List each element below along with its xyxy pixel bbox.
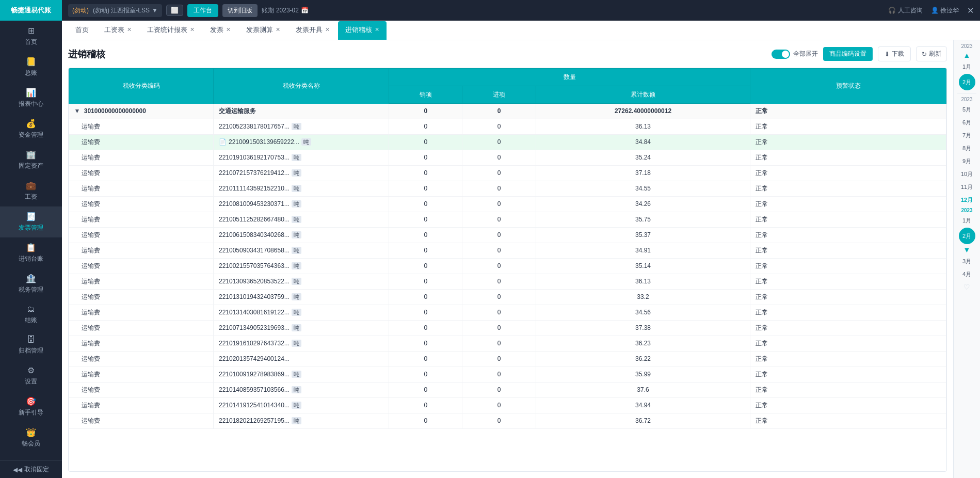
col-header-sales: 销项 [389,86,462,104]
calendar-month-jan2[interactable]: 1月 [957,215,977,227]
row-subname: 运输费 [69,397,214,413]
unit-tag: 吨 [292,154,301,161]
sidebar-item-label: 报表中心 [19,100,43,108]
row-amount: 34.56 [536,305,750,320]
expand-icon[interactable]: ▼ [74,107,81,115]
top-bar-right: 🎧 人工咨询 👤 徐泾华 ✕ [888,6,974,15]
tab-salary[interactable]: 工资表 ✕ [97,21,139,40]
tab-salary-report-label: 工资统计报表 [147,25,187,35]
row-input: 0 [462,351,536,367]
support-area[interactable]: 🎧 人工咨询 [888,6,922,15]
row-sales: 0 [389,165,462,181]
row-status: 正常 [750,181,946,196]
tab-invoice-open-close[interactable]: ✕ [325,26,330,33]
calendar-up-arrow[interactable]: ▲ [962,50,972,60]
calendar-month-apr[interactable]: 4月 [957,268,977,280]
year-2023c-label: 2023 [961,208,972,213]
sidebar-item-archive[interactable]: 🗄 归档管理 [0,330,62,360]
toggle-switch[interactable] [772,50,790,59]
sidebar-item-invoice-mgmt[interactable]: 🧾 发票管理 [0,206,62,237]
row-amount: 34.94 [536,397,750,413]
calendar-month-2023-2[interactable]: 2月 [959,74,975,90]
calendar-month-feb2[interactable]: 2月 [959,228,975,244]
sidebar-item-home[interactable]: ⊞ 首页 [0,21,62,52]
calendar-icon[interactable]: 📅 [301,7,309,14]
tab-invoice-calc[interactable]: 发票测算 ✕ [239,21,287,40]
sidebar-item-assets[interactable]: 🏢 固定资产 [0,145,62,176]
sidebar-item-fund[interactable]: 💰 资金管理 [0,114,62,145]
row-name: 交通运输服务 [214,104,389,119]
copy-button[interactable]: ⬜ [166,5,183,16]
tab-invoice-close[interactable]: ✕ [226,26,231,33]
tab-salary-report-close[interactable]: ✕ [190,26,195,33]
calendar-month-jul[interactable]: 7月 [957,130,977,141]
workbench-button[interactable]: 工作台 [187,4,218,17]
user-icon: 👤 [931,7,939,14]
tab-salary-close[interactable]: ✕ [127,26,132,33]
sidebar-item-label: 工资 [25,193,37,201]
refresh-icon: ↻ [922,51,927,58]
unit-tag: 吨 [292,185,301,192]
tab-home[interactable]: 首页 [68,21,96,40]
row-status: 正常 [750,274,946,289]
calendar-month-nov[interactable]: 11月 [957,181,977,193]
close-button[interactable]: ✕ [967,6,974,15]
sidebar-item-tax-mgmt[interactable]: 🏦 税务管理 [0,268,62,299]
unit-tag: 吨 [292,417,301,424]
row-input: 0 [462,336,536,351]
unit-tag: 吨 [292,293,301,300]
unit-tag: 吨 [292,324,301,331]
unpin-button[interactable]: ◀◀ 取消固定 [0,460,62,478]
calendar-down-arrow[interactable]: ▼ [962,245,972,255]
sidebar-item-settings[interactable]: ⚙ 设置 [0,360,62,391]
tab-sales-check-label: 进销稽核 [345,25,372,35]
tab-salary-report[interactable]: 工资统计报表 ✕ [140,21,202,40]
tab-sales-check-close[interactable]: ✕ [375,26,379,33]
back-button[interactable]: 切到旧版 [222,4,258,17]
period-value: 2023-02 [276,7,299,14]
sidebar-item-guide[interactable]: 🎯 新手引导 [0,391,62,422]
unit-tag: 吨 [292,200,301,208]
row-status: 正常 [750,382,946,397]
row-input: 0 [462,413,536,428]
calendar-month-sep[interactable]: 9月 [957,155,977,167]
archive-icon: 🗄 [27,335,35,344]
row-amount: 37.18 [536,165,750,181]
sidebar-item-label: 总账 [25,69,37,77]
calendar-month-jun[interactable]: 6月 [957,117,977,129]
settings-button[interactable]: 商品编码设置 [823,47,873,61]
row-status: 正常 [750,119,946,134]
calendar-month-aug[interactable]: 8月 [957,142,977,154]
tab-invoice-calc-close[interactable]: ✕ [276,26,280,33]
refresh-button[interactable]: ↻ 刷新 [916,46,947,61]
row-sales: 0 [389,397,462,413]
sidebar-item-label: 进销台账 [19,254,43,263]
calendar-month-mar[interactable]: 3月 [957,256,977,267]
sidebar-item-report[interactable]: 📊 报表中心 [0,83,62,114]
sidebar-item-filing[interactable]: 🗂 结账 [0,299,62,330]
tab-sales-check[interactable]: 进销稽核 ✕ [338,21,387,40]
user-area[interactable]: 👤 徐泾华 [931,6,959,15]
sidebar-item-ledger[interactable]: 📒 总账 [0,52,62,83]
row-status: 正常 [750,196,946,212]
calendar-month-2023-1[interactable]: 1月 [957,61,977,73]
col-header-status: 预警状态 [750,69,946,104]
tab-invoice-open[interactable]: 发票开具 ✕ [288,21,337,40]
sidebar-item-sales-ledger[interactable]: 📋 进销台账 [0,237,62,268]
calendar-month-dec[interactable]: 12月 [957,194,977,206]
company-selector[interactable]: (勿动) (勿动) 江西报室-LSS ▼ [68,4,162,17]
download-button[interactable]: ⬇ 下载 [878,46,911,61]
row-sales: 0 [389,320,462,336]
row-sales: 0 [389,336,462,351]
calendar-month-may[interactable]: 5月 [957,104,977,116]
unit-tag: 吨 [292,371,301,378]
row-invoice: 2210111143592152210...吨 [214,181,389,196]
sidebar-item-salary[interactable]: 💼 工资 [0,176,62,206]
sidebar-item-label: 新手引导 [19,408,43,417]
sidebar-item-member[interactable]: 👑 畅会员 [0,422,62,453]
calendar-month-oct[interactable]: 10月 [957,168,977,180]
calendar-divider [957,93,977,93]
row-invoice: 2210140859357103566...吨 [214,382,389,397]
tab-invoice[interactable]: 发票 ✕ [203,21,238,40]
unit-tag: 吨 [292,216,301,223]
